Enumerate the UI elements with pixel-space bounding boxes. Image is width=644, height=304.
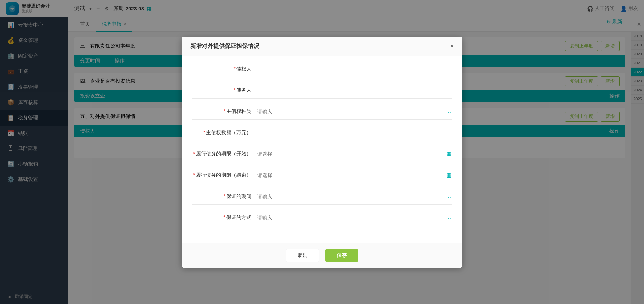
period-end-calendar-icon[interactable]: ▦ [446, 172, 452, 178]
modal-overlay: 新增对外提供保证担保情况 × *债权人 *债务人 *主债权种类 [0, 0, 644, 304]
save-button[interactable]: 保存 [325, 249, 358, 262]
debt-type-chevron-icon[interactable]: ⌄ [447, 109, 452, 114]
modal-close-button[interactable]: × [450, 42, 454, 50]
required-star-6: * [193, 172, 195, 178]
guarantee-method-wrapper: ⌄ [257, 213, 452, 222]
guarantee-method-chevron-icon[interactable]: ⌄ [447, 215, 452, 221]
required-star-3: * [224, 108, 225, 114]
modal-footer: 取消 保存 [182, 243, 462, 268]
cancel-button[interactable]: 取消 [286, 249, 319, 262]
field-debtor-row: *债务人 [192, 86, 452, 99]
modal-header: 新增对外提供保证担保情况 × [182, 37, 462, 56]
field-debt-amount-row: *主债权数额（万元） [192, 128, 452, 141]
required-star: * [234, 66, 236, 72]
required-star-2: * [234, 87, 236, 93]
field-period-start-label: *履行债务的期限（开始） [192, 151, 257, 157]
guarantee-period-input[interactable] [257, 192, 447, 201]
modal-body: *债权人 *债务人 *主债权种类 ⌄ [182, 56, 462, 243]
period-end-input[interactable] [257, 171, 446, 180]
field-debt-type-row: *主债权种类 ⌄ [192, 107, 452, 120]
field-debt-type-label: *主债权种类 [192, 108, 257, 115]
guarantee-period-chevron-icon[interactable]: ⌄ [447, 194, 452, 199]
guarantee-method-input[interactable] [257, 213, 447, 222]
field-creditor-label: *债权人 [192, 66, 257, 72]
required-star-4: * [204, 130, 205, 135]
debt-type-wrapper: ⌄ [257, 107, 452, 116]
required-star-5: * [193, 151, 195, 156]
modal-title: 新增对外提供保证担保情况 [190, 42, 259, 50]
field-period-end-row: *履行债务的期限（结束） ▦ [192, 171, 452, 183]
period-start-input[interactable] [257, 150, 446, 158]
period-end-wrapper: ▦ [257, 171, 452, 180]
debt-amount-input[interactable] [257, 128, 452, 137]
field-period-end-label: *履行债务的期限（结束） [192, 172, 257, 178]
field-guarantee-period-row: *保证的期间 ⌄ [192, 192, 452, 205]
period-start-wrapper: ▦ [257, 150, 452, 158]
field-guarantee-method-label: *保证的方式 [192, 214, 257, 221]
required-star-8: * [224, 214, 225, 220]
debtor-input[interactable] [257, 86, 452, 95]
field-guarantee-method-row: *保证的方式 ⌄ [192, 213, 452, 226]
field-guarantee-period-label: *保证的期间 [192, 193, 257, 200]
modal-dialog: 新增对外提供保证担保情况 × *债权人 *债务人 *主债权种类 [182, 37, 462, 268]
creditor-input[interactable] [257, 65, 452, 73]
field-creditor-row: *债权人 [192, 65, 452, 77]
period-start-calendar-icon[interactable]: ▦ [446, 150, 452, 157]
required-star-7: * [224, 193, 225, 199]
guarantee-period-wrapper: ⌄ [257, 192, 452, 201]
field-period-start-row: *履行债务的期限（开始） ▦ [192, 150, 452, 162]
field-debt-amount-label: *主债权数额（万元） [192, 130, 257, 136]
debt-type-input[interactable] [257, 107, 447, 116]
field-debtor-label: *债务人 [192, 87, 257, 94]
